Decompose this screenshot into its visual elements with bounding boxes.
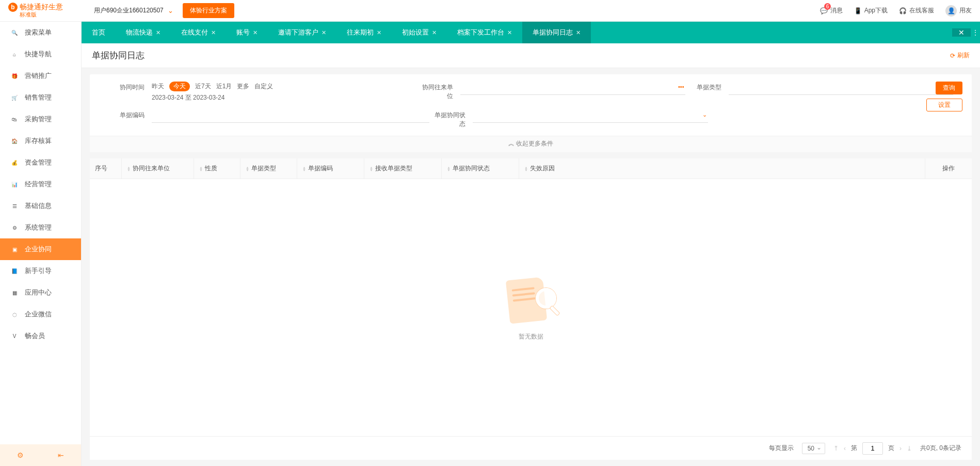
sidebar-item-sales[interactable]: 🛒销售管理: [0, 87, 81, 108]
tab-首页[interactable]: 首页: [82, 22, 116, 43]
gear-icon: ⚙: [17, 451, 24, 459]
try-industry-button[interactable]: 体验行业方案: [183, 3, 234, 18]
sidebar-item-purchase[interactable]: 🛍采购管理: [0, 108, 81, 130]
close-icon[interactable]: ✕: [211, 29, 216, 36]
close-icon[interactable]: ✕: [432, 29, 437, 36]
tab-邀请下游客户[interactable]: 邀请下游客户✕: [268, 22, 336, 43]
filter-label-unit: 协同往来单位: [417, 82, 453, 101]
sidebar-item-enterprise-coop[interactable]: ▣企业协同: [0, 238, 81, 260]
sidebar-collapse-button[interactable]: ⇤: [41, 444, 82, 466]
chevron-down-icon[interactable]: ⌄: [702, 111, 707, 118]
date-option[interactable]: 近7天: [195, 82, 211, 91]
tab-档案下发工作台[interactable]: 档案下发工作台✕: [447, 22, 522, 43]
tab-往来期初[interactable]: 往来期初✕: [336, 22, 392, 43]
table-header-cell[interactable]: ▲▼单据协同状态: [442, 158, 519, 179]
cart-icon: 🛒: [10, 93, 19, 102]
page-next-button[interactable]: ›: [899, 445, 902, 452]
page-first-button[interactable]: ⤒: [833, 445, 839, 452]
table-header-cell[interactable]: 序号: [90, 158, 122, 179]
close-icon[interactable]: ✕: [507, 29, 512, 36]
bill-code-input[interactable]: [152, 109, 429, 123]
messages-button[interactable]: 💬 6 消息: [820, 6, 843, 15]
tab-初始设置[interactable]: 初始设置✕: [392, 22, 447, 43]
page-size-select[interactable]: 50: [802, 443, 825, 454]
column-label: 失效原因: [530, 164, 555, 173]
sidebar-item-member[interactable]: V畅会员: [0, 325, 81, 347]
online-service-button[interactable]: 🎧 在线客服: [899, 6, 934, 15]
table-header-cell[interactable]: ▲▼单据编码: [297, 158, 364, 179]
settings-button[interactable]: 设置: [926, 99, 962, 111]
tab-物流快递[interactable]: 物流快递✕: [116, 22, 171, 43]
chevron-up-icon: ︽: [508, 140, 515, 147]
column-label: 单据编码: [308, 164, 333, 173]
logo-icon: b: [8, 3, 18, 12]
sidebar-item-quick-nav[interactable]: ⌂快捷导航: [0, 43, 81, 65]
date-option[interactable]: 更多: [237, 82, 249, 91]
page-last-button[interactable]: ⤓: [907, 445, 912, 452]
tab-label: 首页: [92, 28, 105, 37]
page-title: 单据协同日志: [92, 50, 144, 61]
close-icon[interactable]: ✕: [576, 29, 581, 36]
user-menu[interactable]: 👤 用友: [945, 5, 972, 17]
brand-edition: 标准版: [20, 11, 82, 19]
tab-单据协同日志[interactable]: 单据协同日志✕: [522, 22, 591, 43]
tenant-selector[interactable]: 用户690企业1660120507 ⌄: [94, 6, 173, 15]
sort-icon: ▲▼: [127, 166, 131, 171]
chevron-down-icon[interactable]: ⌄: [947, 84, 952, 90]
refresh-label: 刷新: [957, 51, 970, 60]
headset-icon: 🎧: [899, 7, 907, 14]
page-prev-button[interactable]: ‹: [844, 445, 846, 452]
date-option[interactable]: 今天: [169, 82, 190, 91]
app-download-button[interactable]: 📱 App下载: [854, 6, 888, 15]
filter-label-type: 单据类型: [685, 82, 721, 92]
close-icon[interactable]: ✕: [377, 29, 381, 36]
sidebar-item-fund[interactable]: 💰资金管理: [0, 152, 81, 173]
sidebar-item-business[interactable]: 📊经营管理: [0, 173, 81, 195]
sort-icon: ▲▼: [524, 166, 528, 171]
table-header-cell[interactable]: ▲▼失效原因: [519, 158, 925, 179]
tab-label: 在线支付: [181, 28, 208, 37]
sidebar-item-base-info[interactable]: ☰基础信息: [0, 195, 81, 217]
tab-账号[interactable]: 账号✕: [226, 22, 268, 43]
date-option[interactable]: 自定义: [254, 82, 273, 91]
sidebar-item-label: 经营管理: [25, 180, 52, 189]
collapse-filters-button[interactable]: ︽ 收起更多条件: [90, 136, 972, 152]
filter-label-status: 单据协同状态: [429, 109, 465, 128]
date-option[interactable]: 昨天: [152, 82, 164, 91]
sidebar-item-inventory[interactable]: 🏠库存核算: [0, 130, 81, 152]
date-option[interactable]: 近1月: [216, 82, 232, 91]
page-suffix: 页: [888, 444, 894, 453]
lookup-icon[interactable]: •••: [678, 84, 684, 90]
report-icon: 📊: [10, 180, 19, 188]
coop-unit-input[interactable]: [460, 82, 685, 95]
bill-type-select[interactable]: [729, 82, 953, 95]
sidebar-item-search-menu[interactable]: 🔍搜索菜单: [0, 22, 81, 43]
date-range-text: 2023-03-24 至 2023-03-24: [152, 93, 417, 102]
sidebar-item-app-center[interactable]: ▦应用中心: [0, 282, 81, 303]
tab-在线支付[interactable]: 在线支付✕: [171, 22, 226, 43]
sidebar-settings-button[interactable]: ⚙: [0, 444, 41, 466]
sidebar-item-guide[interactable]: 📘新手引导: [0, 260, 81, 282]
table-header-cell[interactable]: ▲▼接收单据类型: [364, 158, 442, 179]
tab-label: 往来期初: [347, 28, 374, 37]
tab-label: 账号: [236, 28, 250, 37]
table-header-cell[interactable]: ▲▼性质: [194, 158, 240, 179]
coop-status-select[interactable]: [473, 109, 708, 123]
sort-icon: ▲▼: [369, 166, 373, 171]
table-header-cell[interactable]: ▲▼协同往来单位: [122, 158, 194, 179]
chevron-down-icon: ⌄: [168, 7, 173, 14]
sidebar-item-marketing[interactable]: 🎁营销推广: [0, 65, 81, 87]
table-body-empty: 暂无数据: [90, 179, 972, 436]
table-header-cell[interactable]: ▲▼单据类型: [240, 158, 297, 179]
tabs-close-all-button[interactable]: ✕: [952, 28, 971, 37]
refresh-button[interactable]: ⟳ 刷新: [950, 51, 970, 60]
close-icon[interactable]: ✕: [253, 29, 258, 36]
sidebar-item-wecom[interactable]: ◌企业微信: [0, 303, 81, 325]
table-header: 序号▲▼协同往来单位▲▼性质▲▼单据类型▲▼单据编码▲▼接收单据类型▲▼单据协同…: [90, 158, 972, 179]
sidebar-item-system[interactable]: ⚙系统管理: [0, 217, 81, 238]
empty-illustration: [503, 275, 559, 326]
close-icon[interactable]: ✕: [322, 29, 326, 36]
tabs-more-button[interactable]: ⋮: [971, 29, 980, 36]
close-icon[interactable]: ✕: [156, 29, 160, 36]
page-number-input[interactable]: [862, 442, 883, 455]
